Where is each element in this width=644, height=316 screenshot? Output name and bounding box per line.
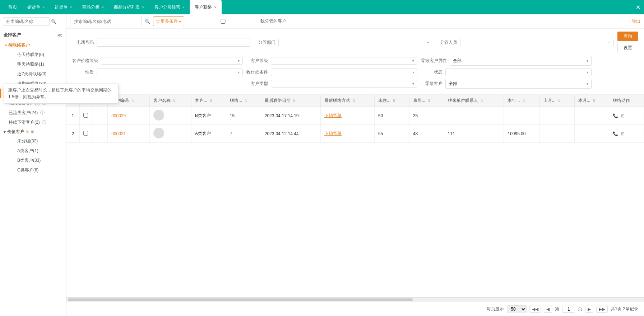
- td-last-date-1: 2023-04-17 14:19:: [261, 107, 320, 125]
- td-setting-1: [92, 107, 108, 125]
- per-page-select[interactable]: 50 20 100: [507, 305, 527, 313]
- row2-phone-icon[interactable]: 📞: [613, 131, 618, 136]
- nav-sales[interactable]: 销货单 ×: [22, 0, 50, 14]
- row2-grid-icon[interactable]: ⊞: [621, 131, 625, 136]
- th-uncontacted[interactable]: 未联... ⇅: [375, 95, 409, 107]
- page-number-input[interactable]: [562, 306, 575, 313]
- export-icon: ↑: [629, 19, 631, 24]
- nav-purchase[interactable]: 进货单 ×: [50, 0, 77, 14]
- sidebar-search-area: 🔍: [0, 14, 66, 29]
- scroll-thumb[interactable]: [68, 298, 413, 301]
- filter-form: 电话号码 分管部门 ▾ 分管人员 ···: [66, 29, 644, 95]
- filter-nature-select[interactable]: ▾: [97, 69, 243, 76]
- filter-customer-grade-arrow: ▾: [412, 59, 414, 63]
- td-last-method-2[interactable]: 下销货单: [321, 125, 375, 143]
- filter-retail-customer-select[interactable]: 全部 ▾: [445, 79, 592, 89]
- sidebar-search-input[interactable]: [3, 17, 50, 26]
- search-button[interactable]: 🔍: [145, 19, 150, 24]
- filter-status-label: 状态: [421, 69, 443, 75]
- next-page-btn[interactable]: ▶: [585, 306, 593, 313]
- filter-price-grade-field: 客户价格等级 ▾: [72, 57, 243, 65]
- filter-retail-attr-select[interactable]: 全部 ▾: [450, 56, 592, 66]
- sidebar-collapse-btn[interactable]: ≪: [57, 32, 62, 38]
- nav-sales-close[interactable]: ×: [42, 5, 45, 9]
- prev-page-btn[interactable]: ◀: [544, 306, 552, 313]
- setting-button[interactable]: 设置: [617, 43, 638, 53]
- sidebar-item-today[interactable]: 今天待联络(0): [9, 50, 66, 60]
- td-code-1[interactable]: 000039: [108, 107, 149, 125]
- filter-phone-input[interactable]: [97, 38, 250, 47]
- sidebar-item-class-c[interactable]: C类客户(6): [9, 165, 66, 175]
- my-customers-checkbox-input[interactable]: [187, 19, 259, 24]
- td-contact-1: 15: [226, 107, 261, 125]
- nav-customer-contact-close[interactable]: ×: [214, 5, 216, 9]
- th-contact[interactable]: 联络... ⇅: [226, 95, 261, 107]
- row1-grid-icon[interactable]: ⊞: [621, 113, 625, 118]
- filter-price-grade-label: 客户价格等级: [72, 58, 98, 64]
- row1-phone-icon[interactable]: 📞: [613, 113, 618, 118]
- nav-customer-mgmt[interactable]: 客户分层经营 ×: [149, 0, 190, 14]
- filter-payment-select[interactable]: ▾: [271, 69, 417, 76]
- query-button[interactable]: 查询: [617, 32, 638, 41]
- sidebar-item-class-a[interactable]: A类客户(1): [9, 146, 66, 156]
- filter-retail-customer-label: 零散客户: [421, 81, 443, 87]
- filter-customer-grade-select[interactable]: ▾: [271, 57, 417, 65]
- th-name[interactable]: 客户名称 ⇅: [149, 95, 191, 107]
- my-customers-checkbox[interactable]: 我分管的客户: [187, 18, 286, 24]
- filter-status-select[interactable]: ▾: [445, 69, 592, 76]
- pagination-bar: 每页显示 50 20 100 ◀◀ ◀ 第 页 ▶ ▶▶ 共1页 2条记录: [66, 302, 644, 316]
- value-group-edit-icon[interactable]: ✎: [26, 129, 29, 135]
- first-page-btn[interactable]: ◀◀: [529, 306, 541, 313]
- th-last-method[interactable]: 最后联络方式 ⇅: [321, 95, 375, 107]
- sidebar-waiting-section[interactable]: ▾ 待联络客户: [0, 41, 66, 50]
- nav-customer-mgmt-close[interactable]: ×: [182, 5, 185, 9]
- window-close-button[interactable]: ✕: [636, 4, 640, 11]
- sidebar-item-ungrouped[interactable]: 未分组(32): [9, 136, 66, 146]
- sidebar-item-class-b[interactable]: B类客户(33): [9, 156, 66, 165]
- nav-customer-contact[interactable]: 客户联络 ×: [190, 0, 221, 14]
- nav-analysis[interactable]: 商品分析 ×: [77, 0, 109, 14]
- td-category-2: A类客户: [191, 125, 226, 143]
- sidebar-item-tomorrow[interactable]: 明天待联络(1): [9, 60, 66, 69]
- more-conditions-btn[interactable]: ▽ 更多条件 ▾: [153, 16, 184, 26]
- filter-retail-customer-field: 零散客户 全部 ▾: [421, 79, 592, 89]
- nav-purchase-close[interactable]: ×: [70, 5, 72, 9]
- th-last-month[interactable]: 上月... ⇅: [539, 95, 574, 107]
- th-last-date[interactable]: 最后联络日期 ⇅: [261, 95, 320, 107]
- filter-price-grade-select[interactable]: ▾: [101, 57, 243, 65]
- th-contact-person[interactable]: 往来单位联系人 ⇅: [444, 95, 504, 107]
- this-year-sort-icon: ⇅: [522, 99, 525, 103]
- filter-person-select[interactable]: ···: [460, 39, 614, 46]
- search-input[interactable]: [70, 17, 142, 26]
- nav-analysis-close[interactable]: ×: [102, 5, 104, 9]
- sidebar-item-week[interactable]: 近7天待联络(0): [9, 69, 66, 79]
- sidebar-item-declining[interactable]: 持续下滑客户(2) ⓘ: [0, 118, 66, 127]
- sidebar-search-icon[interactable]: 🔍: [51, 19, 56, 24]
- table-row: 1 000039 B类客户 15 2023-04-17 14:19: 下销货单: [66, 107, 644, 125]
- td-last-method-1[interactable]: 下销货单: [321, 107, 375, 125]
- table-horizontal-scrollbar[interactable]: [66, 297, 644, 302]
- td-this-year-1: [504, 107, 539, 125]
- nav-analysis-list[interactable]: 商品分析列表 ×: [109, 0, 149, 14]
- th-overdue[interactable]: 逾期... ⇅: [409, 95, 444, 107]
- filter-nature-label: 性质: [72, 69, 94, 75]
- th-this-year[interactable]: 本年... ⇅: [504, 95, 539, 107]
- value-group-manage-icon[interactable]: ⊞: [31, 129, 34, 134]
- export-btn[interactable]: ↑ 导出: [629, 18, 640, 24]
- nav-home[interactable]: 首页: [3, 0, 22, 14]
- filter-phone-field: 电话号码: [72, 38, 250, 47]
- filter-person-dots: ···: [608, 41, 611, 44]
- row2-checkbox[interactable]: [83, 131, 88, 136]
- last-page-btn[interactable]: ▶▶: [596, 306, 608, 313]
- td-category-1: B类客户: [191, 107, 226, 125]
- filter-customer-type-select[interactable]: ▾: [271, 80, 417, 88]
- sidebar-item-lost[interactable]: 已流失客户(24) ⓘ: [0, 108, 66, 118]
- nav-analysis-list-close[interactable]: ×: [142, 5, 144, 9]
- td-code-2[interactable]: 000031: [108, 125, 149, 143]
- sidebar-value-group[interactable]: ▾ 价值客户 ✎ ⊞: [0, 127, 66, 136]
- th-this-month[interactable]: 本月... ⇅: [574, 95, 609, 107]
- filter-customer-type-arrow: ▾: [412, 82, 414, 86]
- filter-dept-select[interactable]: ▾: [278, 39, 432, 46]
- th-category[interactable]: 客户... ⇅: [191, 95, 226, 107]
- row1-checkbox[interactable]: [83, 113, 88, 118]
